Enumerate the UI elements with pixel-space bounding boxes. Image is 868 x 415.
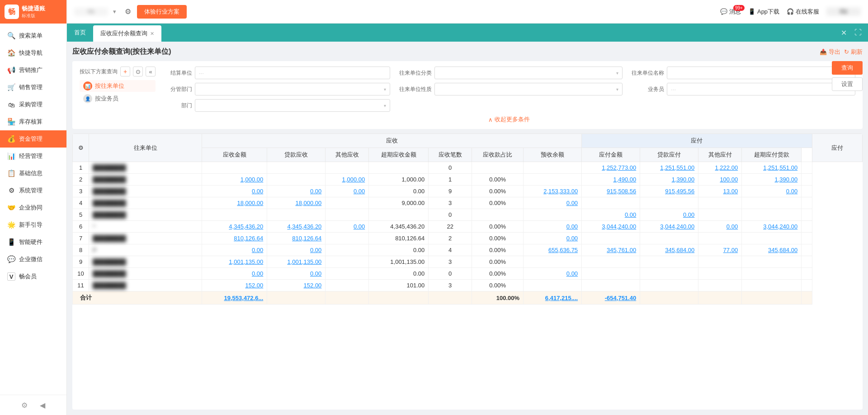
collapse-label: 收起更多条件: [495, 115, 530, 124]
sidebar-menu: 🔍 搜索菜单 🏠 快捷导航 📢 营销推广 🛒 销售管理 🛍 采购管理 🏪 库存核…: [0, 24, 66, 395]
service-label: 在线客服: [796, 8, 819, 16]
main-area: Rit ▾ ⚙ 体验行业方案 💬 消息 99+ 📱 App下载 🎧 在线客服 R…: [67, 0, 868, 415]
hardware-icon: 📱: [7, 238, 15, 246]
th-receivable-count: 应收笔数: [429, 148, 472, 162]
enterprise-icon: 🤝: [7, 204, 15, 212]
summary-loan-receivable: [267, 291, 326, 305]
th-settings[interactable]: ⚙: [73, 134, 89, 162]
msg-btn[interactable]: 💬 消息 99+: [720, 8, 741, 16]
gear-icon[interactable]: ⚙: [122, 5, 134, 18]
home-icon: 🏠: [7, 49, 15, 57]
sidebar: 畅 畅捷通账 标准版 🔍 搜索菜单 🏠 快捷导航 📢 营销推广 🛒 销售管理 🛍…: [0, 0, 67, 415]
collapse-sidebar-btn[interactable]: ◀: [34, 399, 51, 411]
tab-home[interactable]: 首页: [67, 24, 93, 42]
collapse-btn[interactable]: ∧ 收起更多条件: [163, 115, 855, 124]
page-header: 应收应付余额查询(按往来单位) 📤 导出 ↻ 刷新: [72, 47, 863, 57]
solution-btn[interactable]: 体验行业方案: [137, 5, 187, 19]
service-btn[interactable]: 🎧 在线客服: [787, 8, 819, 16]
row-num: 6: [73, 221, 89, 233]
field-partner-category: 往来单位分类 ▾: [396, 67, 623, 79]
export-btn[interactable]: 📤 导出: [820, 48, 840, 56]
member-icon: V: [7, 272, 15, 281]
user-menu-btn[interactable]: Rit: [826, 7, 861, 16]
export-label: 导出: [829, 48, 840, 56]
sidebar-item-inventory[interactable]: 🏪 库存核算: [0, 113, 66, 130]
department-select[interactable]: ▾: [195, 99, 390, 112]
table-row: 8P0.000.000.0040.00%655,636.75345,761.00…: [73, 244, 863, 256]
logo-icon: 畅: [5, 5, 19, 19]
method-partner-option[interactable]: 📊 按往来单位: [80, 80, 156, 92]
method-partner-icon: 📊: [83, 81, 92, 91]
summary-receivable-count: [429, 291, 472, 305]
sidebar-item-enterprise[interactable]: 🤝 企业协同: [0, 199, 66, 216]
summary-overdue-payable: [742, 291, 802, 305]
sidebar-item-marketing[interactable]: 📢 营销推广: [0, 62, 66, 79]
row-num: 4: [73, 197, 89, 209]
salesman-input[interactable]: ···: [667, 83, 855, 95]
th-loan-payable: 贷款应付: [640, 148, 698, 162]
summary-receivable-amount[interactable]: 19,553,472,6...: [202, 291, 267, 305]
set-btn[interactable]: 设置: [832, 77, 863, 91]
summary-other-payable: [698, 291, 742, 305]
th-payable-amount: 应付金额: [582, 148, 640, 162]
field-dept: 分管部门 ▾: [163, 83, 390, 95]
row-num: 7: [73, 233, 89, 244]
settings-bottom-btn[interactable]: ⚙: [16, 399, 33, 411]
sidebar-bottom: ⚙ ◀: [0, 395, 66, 415]
dept-select[interactable]: ▾: [195, 83, 390, 95]
row-num: 1: [73, 162, 89, 174]
sidebar-logo: 畅 畅捷通账 标准版: [0, 0, 66, 24]
partner-category-select[interactable]: ▾: [434, 67, 623, 79]
refresh-btn[interactable]: ↻ 刷新: [844, 48, 863, 56]
guide-icon: 🌟: [7, 221, 15, 229]
summary-receivable-ratio: 100.00%: [472, 291, 524, 305]
table-row: 5████████00.000.00: [73, 209, 863, 221]
sidebar-item-member[interactable]: V 畅会员: [0, 268, 66, 285]
partner-name-input[interactable]: [667, 67, 855, 79]
sidebar-item-sales[interactable]: 🛒 销售管理: [0, 79, 66, 96]
table-row: 7████████810,126.64810,126.64810,126.642…: [73, 233, 863, 244]
wechat-icon: 💬: [7, 255, 15, 263]
tab-maximize-btn[interactable]: ⛶: [852, 26, 864, 39]
logo-text: 畅捷通账 标准版: [22, 5, 45, 19]
settlement-input[interactable]: ···: [195, 67, 390, 79]
summary-payable-amount[interactable]: -654,751.40: [582, 291, 640, 305]
fund-icon: 💰: [7, 135, 15, 143]
data-table-wrapper: ⚙ 往来单位 应收 应付 应付 应收金额 贷款应收 其他应收 超期应收金额: [72, 134, 863, 410]
sidebar-item-operation[interactable]: 📊 经营管理: [0, 148, 66, 165]
field-department: 部门 ▾: [163, 99, 390, 112]
purchase-icon: 🛍: [7, 100, 15, 109]
inventory-icon: 🏪: [7, 118, 15, 126]
tab-close-icon[interactable]: ✕: [150, 31, 154, 37]
method-salesman-option[interactable]: 👤 按业务员: [80, 93, 156, 105]
home-tab-label: 首页: [74, 29, 86, 37]
row-num: 2: [73, 174, 89, 186]
sidebar-item-basic[interactable]: 📋 基础信息: [0, 165, 66, 182]
add-scheme-btn[interactable]: +: [120, 67, 130, 76]
app-download-btn[interactable]: 📱 App下载: [748, 8, 779, 16]
sidebar-item-hardware[interactable]: 📱 智能硬件: [0, 234, 66, 251]
th-payable-group: 应付: [582, 134, 812, 148]
partner-category-arrow: ▾: [616, 71, 618, 76]
query-btn[interactable]: 查询: [832, 61, 863, 75]
company-name: Rit: [74, 8, 108, 16]
msg-badge: 99+: [733, 5, 745, 11]
sidebar-item-wechat[interactable]: 💬 企业微信: [0, 251, 66, 268]
dropdown-icon[interactable]: ▾: [111, 8, 119, 16]
target-scheme-btn[interactable]: ⊙: [133, 67, 143, 76]
sidebar-item-search[interactable]: 🔍 搜索菜单: [0, 27, 66, 44]
summary-label: 合计: [73, 291, 202, 305]
summary-prepaid-balance[interactable]: 6,417,215....: [524, 291, 582, 305]
tab-balance[interactable]: 应收应付余额查询 ✕: [93, 25, 161, 42]
sidebar-item-system[interactable]: ⚙ 系统管理: [0, 182, 66, 199]
prev-scheme-btn[interactable]: «: [146, 67, 156, 76]
sidebar-item-guide[interactable]: 🌟 新手引导: [0, 216, 66, 234]
table-scroll[interactable]: ⚙ 往来单位 应收 应付 应付 应收金额 贷款应收 其他应收 超期应收金额: [72, 134, 863, 410]
sidebar-item-quick[interactable]: 🏠 快捷导航: [0, 44, 66, 62]
sidebar-item-purchase[interactable]: 🛍 采购管理: [0, 96, 66, 113]
partner-nature-select[interactable]: ▾: [434, 83, 623, 95]
tab-close-btn[interactable]: ✕: [837, 26, 850, 39]
table-row: 10████████0.000.000.0000.00%0.00: [73, 268, 863, 280]
th-payable-short: 应付: [812, 134, 862, 162]
sidebar-item-fund[interactable]: 💰 资金管理: [0, 130, 66, 148]
